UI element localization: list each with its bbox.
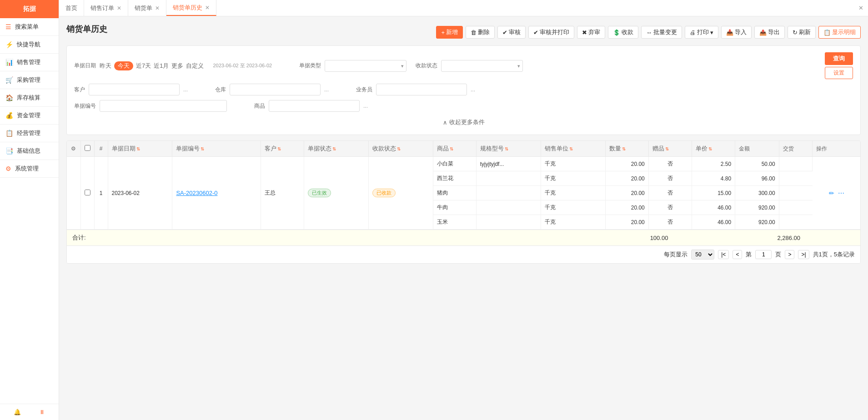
audit-button[interactable]: ✔ 审核	[497, 26, 526, 39]
th-unit[interactable]: 销售单位⇅	[541, 141, 605, 157]
collapse-button[interactable]: ∧ 收起更多条件	[441, 116, 487, 128]
select-all-checkbox[interactable]	[85, 145, 90, 151]
tab-sales-history[interactable]: 销货单历史 ✕	[166, 0, 216, 16]
th-doc-no[interactable]: 单据编号⇅	[172, 141, 261, 157]
row-gift: 否	[648, 200, 692, 215]
th-doc-status[interactable]: 单据状态⇅	[304, 141, 368, 157]
sidebar-item-inventory[interactable]: 🏠 库存核算	[0, 89, 59, 107]
goods-label: 商品	[254, 102, 265, 110]
tab-home[interactable]: 首页	[59, 0, 84, 16]
export-button[interactable]: 📤 导出	[754, 26, 785, 39]
prev-page-button[interactable]: <	[733, 250, 742, 259]
th-customer[interactable]: 客户⇅	[261, 141, 304, 157]
tab-bar: 首页 销售订单 ✕ 销货单 ✕ 销货单历史 ✕ ✕	[59, 0, 868, 16]
shortcut-more[interactable]: 更多	[171, 62, 183, 70]
sidebar-item-basic-info[interactable]: 📑 基础信息	[0, 142, 59, 160]
sort-goods-icon: ⇅	[450, 146, 453, 151]
last-page-button[interactable]: >|	[798, 250, 809, 259]
row-doc-no[interactable]: SA-20230602-0	[172, 157, 261, 230]
sidebar-item-label: 系统管理	[15, 165, 39, 173]
th-price[interactable]: 单价⇅	[692, 141, 735, 157]
doc-type-select-wrap	[325, 60, 406, 72]
customer-input[interactable]	[89, 84, 180, 95]
th-gear[interactable]: ⚙	[67, 141, 80, 157]
pay-status-select[interactable]	[441, 60, 523, 72]
print-button[interactable]: 🖨 打印 ▾	[685, 26, 718, 39]
goods-input[interactable]	[269, 100, 360, 112]
th-goods[interactable]: 商品⇅	[433, 141, 476, 157]
query-button[interactable]: 查询	[825, 52, 853, 65]
shortcut-today[interactable]: 今天	[114, 61, 133, 70]
tab-sales-order[interactable]: 销售订单 ✕	[84, 0, 128, 16]
receive-button[interactable]: 💲 收款	[608, 26, 638, 39]
th-pay-status[interactable]: 收款状态⇅	[368, 141, 433, 157]
filter-row-3: 单据编号 商品 ...	[74, 100, 853, 112]
pause-icon[interactable]: ⏸	[39, 409, 45, 415]
tab-sales-goods[interactable]: 销货单 ✕	[128, 0, 166, 16]
row-gift: 否	[648, 171, 692, 186]
th-doc-date[interactable]: 单据日期⇅	[108, 141, 172, 157]
delete-button[interactable]: 🗑 删除	[466, 26, 495, 39]
shortcut-7days[interactable]: 近7天	[136, 62, 151, 70]
page-size-select[interactable]: 50 10 20 100	[691, 250, 714, 260]
notification-icon[interactable]: 🔔	[14, 409, 21, 415]
sidebar-item-search-menu[interactable]: ☰ 搜索菜单	[0, 18, 59, 36]
th-qty[interactable]: 数量⇅	[605, 141, 648, 157]
customer-ellipsis[interactable]: ...	[183, 86, 188, 93]
row-checkbox[interactable]	[80, 157, 94, 230]
sidebar-item-sys-mgmt[interactable]: ⚙ 系统管理	[0, 160, 59, 178]
refresh-button[interactable]: ↻ 刷新	[788, 26, 816, 39]
table-body: 12023-06-02SA-20230602-0王总已生效已收款小白菜tyjyj…	[67, 157, 860, 230]
row-checkbox-input[interactable]	[85, 190, 90, 195]
show-detail-button[interactable]: 📋 显示明细	[818, 26, 861, 39]
sidebar-item-ops[interactable]: 📋 经营管理	[0, 125, 59, 142]
tab-bar-close-all[interactable]: ✕	[858, 5, 868, 11]
warehouse-input[interactable]	[230, 84, 321, 95]
more-action-button[interactable]: ⋯	[836, 190, 846, 197]
row-gift: 否	[648, 157, 692, 171]
batch-icon: ↔	[646, 29, 652, 36]
sidebar-item-quick-nav[interactable]: ⚡ 快捷导航	[0, 36, 59, 54]
salesperson-ellipsis[interactable]: ...	[471, 86, 475, 93]
th-spec[interactable]: 规格型号⇅	[476, 141, 541, 157]
print-dropdown-icon: ▾	[710, 29, 713, 36]
footer-label: 合计:	[72, 234, 86, 242]
settings-button[interactable]: 设置	[825, 67, 853, 79]
next-page-button[interactable]: >	[785, 250, 794, 259]
row-pay-status: 已收款	[368, 157, 433, 230]
doc-no-link[interactable]: SA-20230602-0	[176, 190, 217, 196]
footer-total-amount: 2,286.00	[777, 235, 800, 241]
sidebar-item-label: 快捷导航	[17, 40, 40, 49]
shortcut-yesterday[interactable]: 昨天	[100, 62, 111, 70]
tab-close-sales-goods[interactable]: ✕	[155, 5, 160, 11]
first-page-button[interactable]: |<	[718, 250, 729, 259]
shortcut-custom[interactable]: 自定义	[186, 62, 204, 70]
salesperson-input[interactable]	[376, 84, 467, 95]
warehouse-ellipsis[interactable]: ...	[324, 86, 329, 93]
shortcut-1month[interactable]: 近1月	[154, 62, 169, 70]
row-amount: 96.00	[735, 171, 779, 186]
detail-icon: 📋	[823, 29, 831, 36]
abandon-icon: ✖	[582, 29, 587, 36]
query-settings-col: 查询 设置	[825, 52, 853, 79]
doc-type-select[interactable]	[325, 60, 406, 72]
new-button[interactable]: + 新增	[436, 26, 463, 39]
sidebar-item-purchase-mgmt[interactable]: 🛒 采购管理	[0, 71, 59, 89]
import-button[interactable]: 📥 导入	[721, 26, 752, 39]
table-header-row: ⚙ # 单据日期⇅ 单据编号⇅ 客户⇅ 单据状态⇅ 收款状态⇅ 商品⇅ 规格型号…	[67, 141, 860, 157]
edit-action-button[interactable]: ✏	[827, 190, 836, 197]
sidebar-item-sales-mgmt[interactable]: 📊 销售管理	[0, 54, 59, 71]
batch-change-button[interactable]: ↔ 批量变更	[641, 26, 682, 39]
tab-close-sales-order[interactable]: ✕	[117, 5, 121, 11]
salesperson-label: 业务员	[356, 86, 372, 94]
th-gift[interactable]: 赠品⇅	[648, 141, 692, 157]
row-spec: tyjyjtyjdf...	[476, 157, 541, 171]
audit-print-button[interactable]: ✔ 审核并打印	[528, 26, 574, 39]
goods-ellipsis[interactable]: ...	[363, 103, 368, 109]
tab-close-sales-history[interactable]: ✕	[205, 5, 210, 11]
docno-input[interactable]	[100, 100, 227, 112]
page-number-input[interactable]	[755, 250, 772, 259]
sidebar-item-finance[interactable]: 💰 资金管理	[0, 107, 59, 125]
row-goods: 小白菜	[433, 157, 476, 171]
abandon-button[interactable]: ✖ 弃审	[577, 26, 605, 39]
